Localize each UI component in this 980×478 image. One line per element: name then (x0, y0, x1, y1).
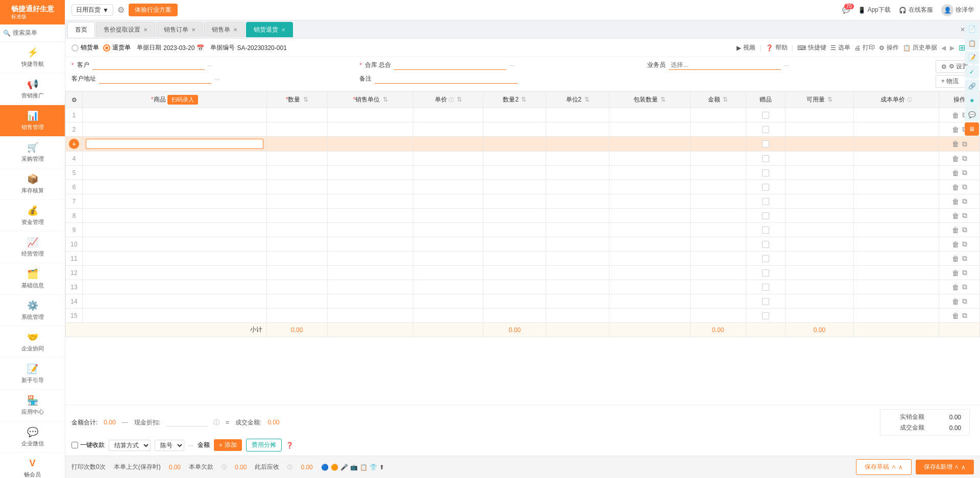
bottom-icon-3[interactable]: 🎤 (340, 464, 348, 471)
amount-cell[interactable] (690, 280, 746, 294)
amount-cell[interactable] (690, 266, 746, 280)
amount-cell[interactable] (690, 108, 746, 122)
delete-icon[interactable]: 🗑 (952, 125, 959, 134)
copy-icon[interactable]: ⧉ (962, 297, 967, 306)
remark-input[interactable] (375, 74, 518, 84)
tab-price-close[interactable]: ✕ (143, 27, 148, 33)
gift-cell[interactable] (746, 266, 785, 280)
amount-cell[interactable] (690, 294, 746, 309)
sidebar-item-marketing[interactable]: 📢 营销推广 (0, 73, 65, 105)
unit-cell[interactable] (327, 152, 413, 166)
unit2-cell[interactable] (546, 194, 609, 209)
app-download-btn[interactable]: 📱 App下载 (858, 6, 891, 14)
unit2-cell[interactable] (546, 122, 609, 137)
sidebar-item-basic[interactable]: 🗂️ 基础信息 (0, 263, 65, 295)
copy-icon[interactable]: ⧉ (962, 254, 967, 263)
pkg-cell[interactable] (609, 223, 690, 237)
cost-cell[interactable] (854, 209, 939, 223)
gift-cell[interactable] (746, 309, 785, 323)
product-cell[interactable] (83, 180, 267, 194)
daily-goods-select[interactable]: 日用百货 ▼ (71, 4, 113, 16)
available-cell[interactable] (785, 209, 853, 223)
available-cell[interactable] (785, 251, 853, 266)
copy-icon[interactable]: ⧉ (962, 283, 967, 291)
delete-icon[interactable]: 🗑 (952, 140, 959, 148)
fee-info-icon[interactable]: ❓ (286, 442, 293, 449)
qty-cell[interactable] (266, 137, 327, 152)
product-cell[interactable] (83, 223, 267, 237)
copy-icon[interactable]: ⧉ (962, 197, 967, 206)
product-cell[interactable] (83, 209, 267, 223)
header-settings-btn[interactable]: ⚙ (117, 5, 125, 15)
amount-cell[interactable] (690, 122, 746, 137)
copy-icon[interactable]: ⧉ (962, 140, 967, 148)
unit-cell[interactable] (327, 237, 413, 251)
cost-cell[interactable] (854, 294, 939, 309)
qty-cell[interactable] (266, 251, 327, 266)
discount-info-icon[interactable]: ⓘ (213, 418, 219, 427)
discount-input[interactable] (166, 419, 207, 426)
right-panel-item-1[interactable]: 📄 (965, 22, 979, 36)
account-method-select[interactable]: 结算方式 (109, 440, 151, 451)
product-cell[interactable] (83, 152, 267, 166)
product-cell[interactable] (83, 309, 267, 323)
gift-checkbox[interactable] (762, 255, 769, 262)
gift-cell[interactable] (746, 280, 785, 294)
amount-cell[interactable] (690, 137, 746, 152)
qty-cell[interactable] (266, 266, 327, 280)
qty-cell[interactable] (266, 309, 327, 323)
unit2-cell[interactable] (546, 309, 609, 323)
available-sort-icon[interactable]: ⇅ (827, 96, 832, 103)
available-cell[interactable] (785, 166, 853, 180)
cost-cell[interactable] (854, 122, 939, 137)
qty2-cell[interactable] (483, 223, 546, 237)
gift-checkbox[interactable] (762, 298, 769, 305)
unit2-cell[interactable] (546, 251, 609, 266)
cost-cell[interactable] (854, 266, 939, 280)
available-cell[interactable] (785, 294, 853, 309)
warehouse-input[interactable] (394, 60, 506, 70)
employee-input[interactable] (669, 60, 781, 70)
one-click-payment-checkbox[interactable] (71, 442, 78, 448)
delete-icon[interactable]: 🗑 (952, 111, 959, 119)
price-cell[interactable] (413, 180, 483, 194)
amount-cell[interactable] (690, 209, 746, 223)
col-settings[interactable]: ⚙ (66, 92, 83, 108)
pkg-cell[interactable] (609, 180, 690, 194)
cost-cell[interactable] (854, 237, 939, 251)
qty-cell[interactable] (266, 180, 327, 194)
bottom-icon-7[interactable]: ⬆ (379, 464, 384, 471)
unit-cell[interactable] (327, 137, 413, 152)
qty2-cell[interactable] (483, 294, 546, 309)
tab-sale[interactable]: 销售单 ✕ (204, 22, 245, 37)
available-cell[interactable] (785, 122, 853, 137)
price-cell[interactable] (413, 237, 483, 251)
qty-cell[interactable] (266, 280, 327, 294)
qty-cell[interactable] (266, 108, 327, 122)
tab-refund-close[interactable]: ✕ (281, 27, 285, 33)
right-panel-item-3[interactable]: 📝 (965, 51, 979, 64)
sidebar-search[interactable]: 🔍 搜索菜单 (0, 24, 65, 42)
gift-checkbox[interactable] (762, 155, 769, 162)
unit-cell[interactable] (327, 122, 413, 137)
copy-icon[interactable]: ⧉ (962, 168, 967, 177)
pkg-cell[interactable] (609, 166, 690, 180)
cost-cell[interactable] (854, 108, 939, 122)
history-btn[interactable]: 📋 历史单据 (903, 43, 937, 52)
copy-icon[interactable]: ⧉ (962, 311, 967, 320)
unit-cell[interactable] (327, 180, 413, 194)
address-dots[interactable]: ··· (214, 76, 219, 83)
gift-checkbox[interactable] (762, 241, 769, 248)
gift-cell[interactable] (746, 122, 785, 137)
pkg-cell[interactable] (609, 209, 690, 223)
delete-icon[interactable]: 🗑 (952, 240, 959, 248)
available-cell[interactable] (785, 223, 853, 237)
price-cell[interactable] (413, 166, 483, 180)
gift-cell[interactable] (746, 294, 785, 309)
pkg-cell[interactable] (609, 122, 690, 137)
amount-cell[interactable] (690, 223, 746, 237)
unit-cell[interactable] (327, 266, 413, 280)
available-cell[interactable] (785, 137, 853, 152)
qty2-cell[interactable] (483, 251, 546, 266)
product-cell[interactable] (83, 166, 267, 180)
